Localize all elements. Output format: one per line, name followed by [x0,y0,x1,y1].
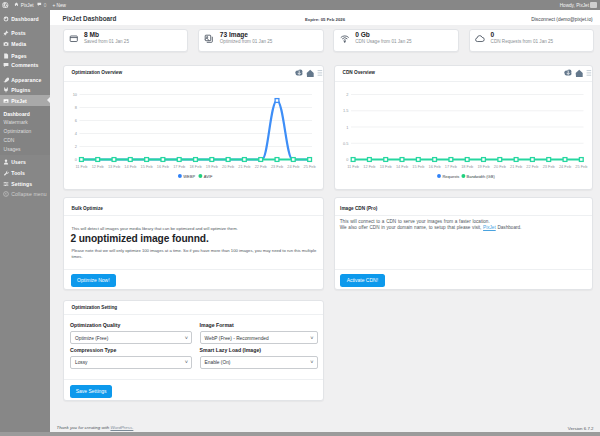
svg-text:21 Feb: 21 Feb [510,163,522,168]
svg-text:14 Feb: 14 Feb [124,163,136,168]
svg-text:WEBP: WEBP [183,173,195,178]
svg-text:AVIF: AVIF [203,173,212,178]
svg-text:17 Feb: 17 Feb [173,163,185,168]
svg-text:6: 6 [74,118,76,123]
svg-text:12 Feb: 12 Feb [363,163,375,168]
svg-text:0.5: 0.5 [343,140,348,145]
svg-text:25 Feb: 25 Feb [303,163,315,168]
svg-text:4: 4 [74,131,77,136]
svg-text:14 Feb: 14 Feb [396,163,408,168]
svg-text:16 Feb: 16 Feb [156,163,168,168]
svg-text:Bandwidth (GB): Bandwidth (GB) [466,173,495,178]
svg-text:23 Feb: 23 Feb [271,163,283,168]
svg-text:18 Feb: 18 Feb [461,163,473,168]
svg-text:20 Feb: 20 Feb [222,163,234,168]
svg-text:24 Feb: 24 Feb [559,163,571,168]
svg-text:2: 2 [346,92,348,97]
svg-text:20 Feb: 20 Feb [493,163,505,168]
svg-text:16 Feb: 16 Feb [428,163,440,168]
svg-text:23 Feb: 23 Feb [542,163,554,168]
svg-text:24 Feb: 24 Feb [287,163,299,168]
svg-text:11 Feb: 11 Feb [75,163,87,168]
svg-text:18 Feb: 18 Feb [189,163,201,168]
svg-text:13 Feb: 13 Feb [379,163,391,168]
svg-text:0: 0 [74,157,77,162]
svg-text:22 Feb: 22 Feb [526,163,538,168]
svg-text:11 Feb: 11 Feb [347,163,359,168]
svg-text:Requests: Requests [442,173,459,178]
svg-text:12 Feb: 12 Feb [91,163,103,168]
svg-text:15 Feb: 15 Feb [140,163,152,168]
svg-text:19 Feb: 19 Feb [477,163,489,168]
svg-text:2: 2 [74,144,76,149]
svg-text:25 Feb: 25 Feb [575,163,587,168]
svg-text:22 Feb: 22 Feb [254,163,266,168]
svg-text:19 Feb: 19 Feb [205,163,217,168]
svg-text:1.5: 1.5 [343,108,348,113]
svg-text:17 Feb: 17 Feb [444,163,456,168]
svg-text:13 Feb: 13 Feb [108,163,120,168]
svg-text:8: 8 [74,105,76,110]
svg-text:0: 0 [346,157,349,162]
svg-text:15 Feb: 15 Feb [412,163,424,168]
svg-text:10: 10 [72,92,77,97]
svg-text:1: 1 [346,124,348,129]
svg-text:21 Feb: 21 Feb [238,163,250,168]
